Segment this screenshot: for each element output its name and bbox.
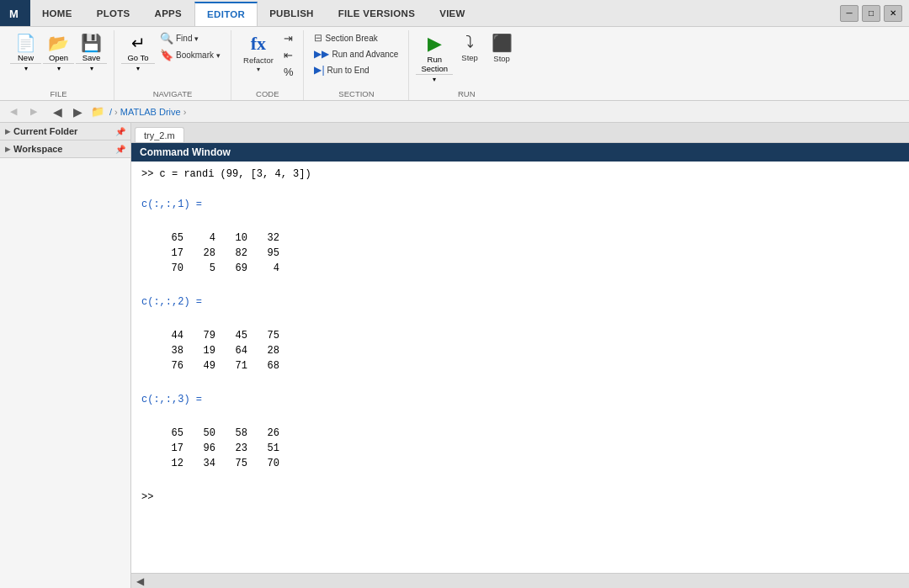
refactor-button[interactable]: fx Refactor ▾ xyxy=(238,30,279,85)
breadcrumb-sep1: › xyxy=(114,107,118,117)
s3-row1: 65 50 58 26 xyxy=(158,426,899,441)
s2-r1c1: 44 xyxy=(158,328,190,343)
workspace-pin[interactable]: 📌 xyxy=(115,145,125,154)
menu-tab-home[interactable]: HOME xyxy=(30,0,85,26)
menu-tab-plots[interactable]: PLOTS xyxy=(85,0,143,26)
command-window-body[interactable]: >> c = randi (99, [3, 4, 3]) c(:,:,1) = … xyxy=(131,162,909,573)
breadcrumb-root[interactable]: / xyxy=(109,107,112,117)
find-button[interactable]: 🔍 Find ▾ xyxy=(157,30,224,46)
s1-r2c4: 95 xyxy=(254,246,286,261)
s3-r3c3: 75 xyxy=(222,456,254,471)
s3-r1c2: 50 xyxy=(190,426,222,441)
s3-r2c3: 23 xyxy=(222,441,254,456)
s3-r2c4: 51 xyxy=(254,441,286,456)
s3-r1c4: 26 xyxy=(254,426,286,441)
sidebar-section-current-folder: ▶ Current Folder 📌 xyxy=(0,123,130,140)
s3-r2c1: 17 xyxy=(158,441,190,456)
ribbon-group-file: 📄 New ▾ 📂 Open ▾ 💾 Save ▾ FILE xyxy=(3,30,114,100)
browse-back-button[interactable]: ◀ xyxy=(49,104,66,119)
status-bar: ◀ xyxy=(131,573,909,588)
s1-r1c3: 10 xyxy=(222,230,254,246)
workspace-label: Workspace xyxy=(13,144,63,154)
save-button[interactable]: 💾 Save ▾ xyxy=(76,30,107,73)
stop-button[interactable]: ⬛ Stop xyxy=(486,30,517,75)
tab-bar: try_2.m xyxy=(131,123,909,143)
comment-button[interactable]: % xyxy=(280,64,297,80)
command-window-header: Command Window xyxy=(131,143,909,162)
navigate-group-label: NAVIGATE xyxy=(114,89,231,98)
browse-fwd-button[interactable]: ▶ xyxy=(69,104,86,119)
close-button[interactable]: ✕ xyxy=(884,5,902,22)
minimize-button[interactable]: ─ xyxy=(840,5,858,22)
s3-r3c2: 34 xyxy=(190,456,222,471)
command-prompt-line: >> c = randi (99, [3, 4, 3]) xyxy=(141,167,899,182)
breadcrumb: / › MATLAB Drive › xyxy=(109,107,186,117)
bookmark-button[interactable]: 🔖 Bookmark ▾ xyxy=(157,47,224,63)
run-to-end-button[interactable]: ▶| Run to End xyxy=(311,62,401,77)
menu-tab-view[interactable]: VIEW xyxy=(428,0,478,26)
s1-row1: 65 4 10 32 xyxy=(158,230,899,246)
run-group-label: RUN xyxy=(409,89,524,98)
ribbon-group-section: ⊟ Section Break ▶▶ Run and Advance ▶| Ru… xyxy=(304,30,409,100)
indent-left-icon: ⇤ xyxy=(284,49,293,61)
s2-r3c2: 49 xyxy=(190,358,222,373)
section3-label: c(:,:,3) = xyxy=(141,392,899,407)
open-button[interactable]: 📂 Open ▾ xyxy=(43,30,74,73)
run-and-advance-button[interactable]: ▶▶ Run and Advance xyxy=(311,46,401,61)
new-button[interactable]: 📄 New ▾ xyxy=(10,30,41,73)
indent-right-icon: ⇥ xyxy=(284,32,293,45)
folder-icon: 📁 xyxy=(89,104,106,119)
maximize-button[interactable]: □ xyxy=(862,5,880,22)
menu-tab-publish[interactable]: PUBLISH xyxy=(258,0,327,26)
command-text: c = randi (99, [3, 4, 3]) xyxy=(153,168,311,180)
file-group-label: FILE xyxy=(3,89,114,98)
s1-r1c4: 32 xyxy=(254,230,286,246)
s2-row3: 76 49 71 68 xyxy=(158,358,899,373)
s3-row3: 12 34 75 70 xyxy=(158,456,899,471)
step-button[interactable]: ⤵ Step xyxy=(454,30,485,74)
s3-r3c4: 70 xyxy=(254,456,286,471)
s3-r3c1: 12 xyxy=(158,456,190,471)
section2-label: c(:,:,2) = xyxy=(141,294,899,310)
nav-back-button[interactable]: ◀ xyxy=(5,104,22,119)
s2-r3c4: 68 xyxy=(254,358,286,373)
menu-right-controls: ─ □ ✕ xyxy=(840,0,909,26)
s1-r1c2: 4 xyxy=(190,230,222,246)
s3-r1c1: 65 xyxy=(158,426,190,441)
s1-r3c4: 4 xyxy=(254,261,286,276)
menu-tab-file-versions[interactable]: FILE VERSIONS xyxy=(327,0,428,26)
breadcrumb-drive[interactable]: MATLAB Drive xyxy=(120,107,181,117)
sidebar: ▶ Current Folder 📌 ▶ Workspace 📌 xyxy=(0,123,131,588)
s2-r1c2: 79 xyxy=(190,328,222,343)
ribbon-group-navigate: ↵ Go To ▾ 🔍 Find ▾ 🔖 Bookmark ▾ NAVIGATE xyxy=(114,30,231,100)
section3-matrix: 65 50 58 26 17 96 23 51 12 34 75 xyxy=(158,426,899,471)
goto-button[interactable]: ↵ Go To ▾ xyxy=(121,30,155,73)
menu-tab-editor[interactable]: EDITOR xyxy=(194,2,258,26)
current-folder-header[interactable]: ▶ Current Folder 📌 xyxy=(0,123,130,140)
s2-r1c3: 45 xyxy=(222,328,254,343)
s1-r2c1: 17 xyxy=(158,246,190,261)
s2-r2c3: 64 xyxy=(222,343,254,358)
current-folder-pin[interactable]: 📌 xyxy=(115,127,125,136)
menu-tab-apps[interactable]: APPS xyxy=(143,0,195,26)
s2-row1: 44 79 45 75 xyxy=(158,328,899,343)
step-icon: ⤵ xyxy=(465,33,474,52)
indent-left-button[interactable]: ⇤ xyxy=(280,47,297,63)
section-break-button[interactable]: ⊟ Section Break xyxy=(311,30,401,45)
s1-row3: 70 5 69 4 xyxy=(158,261,899,276)
s2-r2c4: 28 xyxy=(254,343,286,358)
editor-tab[interactable]: try_2.m xyxy=(135,127,184,142)
workspace-header[interactable]: ▶ Workspace 📌 xyxy=(0,140,130,157)
toolbar-row: ◀ ▶ ◀ ▶ 📁 / › MATLAB Drive › xyxy=(0,101,909,123)
status-bar-arrow[interactable]: ◀ xyxy=(136,575,144,587)
s1-r3c2: 5 xyxy=(190,261,222,276)
s3-row2: 17 96 23 51 xyxy=(158,441,899,456)
comment-icon: % xyxy=(284,66,294,78)
final-prompt-symbol: >> xyxy=(141,491,153,503)
nav-fwd-button[interactable]: ▶ xyxy=(25,104,42,119)
ribbon-group-code: fx Refactor ▾ ⇥ ⇤ % CODE xyxy=(231,30,304,100)
indent-right-button[interactable]: ⇥ xyxy=(280,30,297,46)
s1-r3c3: 69 xyxy=(222,261,254,276)
section-group-label: SECTION xyxy=(304,89,408,98)
run-section-button[interactable]: ▶ Run Section ▾ xyxy=(416,30,453,84)
